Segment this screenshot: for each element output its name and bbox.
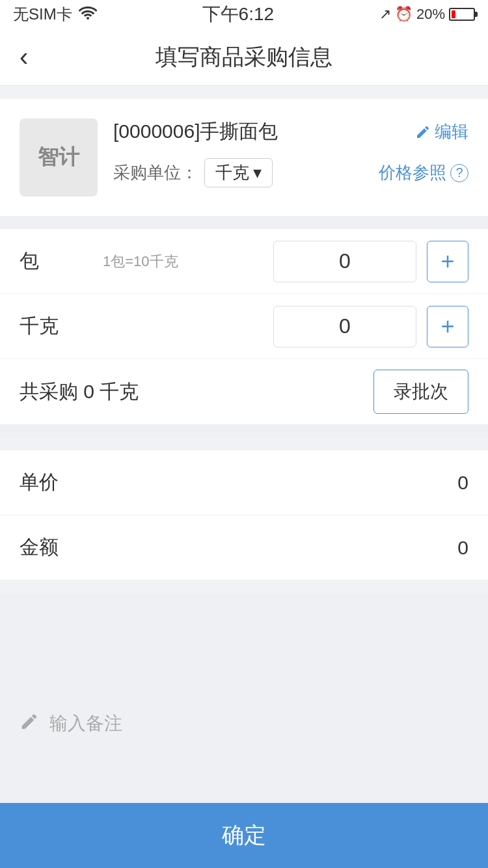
nav-bar: ‹ 填写商品采购信息 bbox=[0, 29, 488, 86]
section-divider-1 bbox=[0, 216, 488, 229]
kg-plus-button[interactable]: + bbox=[427, 306, 468, 347]
alarm-icon: ⏰ bbox=[395, 6, 413, 23]
price-ref-button[interactable]: 价格参照 ? bbox=[379, 161, 468, 184]
bag-sub-label: 1包=10千克 bbox=[103, 252, 178, 271]
bag-input[interactable] bbox=[273, 241, 416, 282]
product-thumbnail: 智计 bbox=[20, 118, 98, 197]
record-batch-button[interactable]: 录批次 bbox=[373, 370, 468, 414]
status-bar: 无SIM卡 下午6:12 ↗ ⏰ 20% bbox=[0, 0, 488, 29]
summary-row: 共采购 0 千克 录批次 bbox=[0, 359, 488, 424]
battery-percent: 20% bbox=[416, 6, 445, 23]
pencil-icon bbox=[20, 712, 39, 736]
unit-price-value: 0 bbox=[457, 472, 468, 494]
quantity-section: 包 1包=10千克 + 千克 + bbox=[0, 229, 488, 359]
unit-prefix: 采购单位： bbox=[113, 161, 198, 184]
price-section: 单价 0 金额 0 bbox=[0, 450, 488, 580]
battery-icon bbox=[449, 8, 475, 21]
edit-button[interactable]: 编辑 bbox=[415, 120, 468, 143]
kg-input-row: 千克 + bbox=[0, 294, 488, 359]
unit-price-label: 单价 bbox=[20, 469, 59, 496]
back-button[interactable]: ‹ bbox=[20, 42, 41, 72]
status-time: 下午6:12 bbox=[202, 2, 275, 27]
unit-select[interactable]: 千克 ▾ bbox=[204, 158, 273, 187]
summary-text: 共采购 0 千克 bbox=[20, 379, 139, 405]
bag-field-wrap: + bbox=[178, 241, 468, 282]
kg-field-wrap: + bbox=[98, 306, 468, 347]
bag-plus-button[interactable]: + bbox=[427, 241, 468, 282]
wifi-icon bbox=[79, 5, 97, 23]
status-right: ↗ ⏰ 20% bbox=[379, 6, 475, 23]
amount-value: 0 bbox=[457, 537, 468, 559]
location-icon: ↗ bbox=[379, 6, 391, 23]
kg-input[interactable] bbox=[273, 306, 416, 347]
kg-label: 千克 bbox=[20, 313, 98, 340]
section-divider-2 bbox=[0, 424, 488, 437]
purchase-unit-row: 采购单位： 千克 ▾ 价格参照 ? bbox=[113, 158, 468, 187]
confirm-button[interactable]: 确定 bbox=[0, 803, 488, 868]
page-title: 填写商品采购信息 bbox=[156, 42, 332, 72]
product-card: 智计 [0000006]手撕面包 编辑 采购单位： 千克 ▾ 价格参照 ? bbox=[0, 99, 488, 216]
amount-label: 金额 bbox=[20, 534, 59, 561]
carrier-label: 无SIM卡 bbox=[13, 4, 72, 25]
product-logo: 智计 bbox=[38, 143, 79, 172]
amount-row: 金额 0 bbox=[0, 515, 488, 580]
unit-price-row: 单价 0 bbox=[0, 450, 488, 515]
help-icon[interactable]: ? bbox=[450, 164, 468, 182]
product-name-row: [0000006]手撕面包 编辑 bbox=[113, 118, 468, 145]
chevron-down-icon: ▾ bbox=[253, 163, 262, 183]
status-left: 无SIM卡 bbox=[13, 4, 97, 25]
bag-input-row: 包 1包=10千克 + bbox=[0, 229, 488, 294]
remark-placeholder: 输入备注 bbox=[49, 711, 122, 736]
product-info: [0000006]手撕面包 编辑 采购单位： 千克 ▾ 价格参照 ? bbox=[113, 118, 468, 187]
bag-label: 包 bbox=[20, 248, 98, 275]
product-name: [0000006]手撕面包 bbox=[113, 118, 278, 145]
